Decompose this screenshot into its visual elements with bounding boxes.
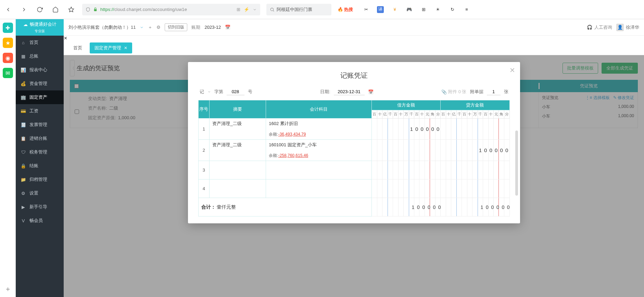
back-button[interactable]: [3, 5, 13, 14]
history-icon[interactable]: ↻: [449, 6, 456, 13]
url-text: https://cloud.chanjet.com/accounting/uw1…: [100, 7, 187, 12]
forward-button[interactable]: [19, 5, 29, 14]
search-text: 阿根廷中国行门票: [277, 7, 312, 13]
url-box[interactable]: https://cloud.chanjet.com/accounting/uw1…: [82, 4, 260, 15]
grid-icon[interactable]: ⊞: [420, 6, 427, 13]
wallet-icon[interactable]: ¥: [391, 6, 398, 13]
svg-point-2: [270, 8, 273, 11]
svg-line-3: [273, 10, 274, 11]
search-icon: [270, 7, 275, 12]
star-button[interactable]: [66, 5, 76, 14]
chevron-down-icon[interactable]: [253, 8, 257, 12]
svg-rect-1: [94, 9, 97, 11]
sun-icon[interactable]: ☀: [434, 6, 441, 13]
svg-marker-0: [69, 7, 74, 12]
browser-toolbar: https://cloud.chanjet.com/accounting/uw1…: [0, 0, 644, 19]
browser-tools: ✂ 译 ¥ 🎮 ⊞ ☀ ↻ ≡: [363, 6, 470, 13]
shield-icon: [86, 7, 90, 12]
scissors-icon[interactable]: ✂: [363, 6, 369, 13]
menu-icon[interactable]: ≡: [463, 6, 470, 13]
home-button[interactable]: [51, 5, 60, 14]
flame-icon: 🔥: [338, 7, 343, 12]
translate-icon[interactable]: 译: [377, 6, 384, 13]
hot-search-badge[interactable]: 🔥热搜: [338, 7, 353, 13]
browser-search[interactable]: 阿根廷中国行门票: [266, 4, 331, 15]
qr-icon[interactable]: ⊞: [237, 7, 240, 12]
bolt-icon[interactable]: ⚡: [244, 7, 249, 12]
game-icon[interactable]: 🎮: [406, 6, 413, 13]
reload-button[interactable]: [35, 5, 45, 14]
lock-icon: [93, 7, 98, 12]
